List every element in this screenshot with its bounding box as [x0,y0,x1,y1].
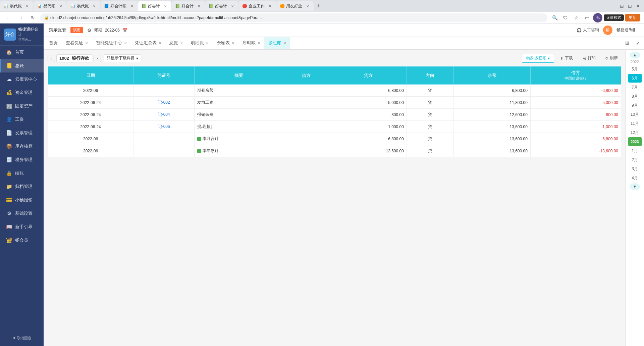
nav-tab-voucher[interactable]: 查看凭证✕ [62,37,92,50]
collapse-panel-btn[interactable]: ⊞ [623,38,632,48]
scroll-up-btn[interactable]: ▲ [630,52,640,58]
sidebar-item-member[interactable]: 👑 畅会员 [0,234,44,247]
nav-tab-close-general[interactable]: ✕ [180,41,183,45]
nav-tab-balance[interactable]: 余额表✕ [213,37,238,50]
maximize-btn[interactable]: ⊡ [627,3,633,9]
sidebar-item-invoice[interactable]: 📄 发票管理 [0,126,44,140]
sidebar-item-archive[interactable]: 📁 归档管理 [0,180,44,193]
voucher-link[interactable]: 记-002 [158,100,170,105]
month-item-2023-4月[interactable]: 4月 [628,174,642,182]
close-btn[interactable]: ✕ [635,3,641,9]
scroll-down-btn[interactable]: ▼ [630,183,640,190]
print-btn[interactable]: 🖨 打印 [579,54,599,62]
sidebar-item-general-ledger[interactable]: 📒 总账 [0,59,44,72]
nav-tab-close-voucher[interactable]: ✕ [85,41,88,45]
browser-tab-1[interactable]: 📊 易代账 ✕ [0,1,33,11]
new-tab-btn[interactable]: + [314,1,323,11]
reload-btn[interactable]: ↻ [28,13,38,22]
tab-close-btn[interactable]: ✕ [196,3,202,9]
sidebar-item-salary[interactable]: 👤 工资 [0,113,44,126]
tab-close-btn[interactable]: ✕ [58,3,63,9]
tab-close-btn[interactable]: ✕ [92,3,97,9]
browser-tab-2[interactable]: 📊 易代账 ✕ [34,1,67,11]
period-selector[interactable]: 账期 2022-06 📅 [94,27,127,33]
bookmark-icon[interactable]: ☆ [572,13,581,22]
sidebar-item-close[interactable]: 🔒 结账 [0,166,44,180]
month-item-2023-3月[interactable]: 3月 [628,164,642,173]
browser-tab-9[interactable]: 🟠 用友好业 ✕ [276,1,314,11]
nav-tab-detail[interactable]: 明细账✕ [187,37,213,50]
multi-col-btn[interactable]: 特殊多栏账 ▾ [522,54,554,63]
demo-badge[interactable]: 演用 [70,27,83,33]
profile-btn[interactable]: 无 [593,13,602,22]
shield-icon[interactable]: 🛡 [561,13,570,22]
unpin-btn[interactable]: ◀ 取消固定 [0,333,44,343]
nav-tab-general[interactable]: 总账✕ [165,37,187,50]
nav-tab-close-multi[interactable]: ✕ [283,41,286,45]
sidebar-item-home[interactable]: 🏠 首页 [0,46,44,59]
month-item-2022-9月[interactable]: 9月 [628,101,642,110]
url-bar[interactable]: 🔒 cloud2.chanjet.com/accounting/uh26t264… [40,13,547,22]
tab-close-btn[interactable]: ✕ [163,3,168,9]
forward-btn[interactable]: → [16,13,25,22]
tab-close-btn[interactable]: ✕ [230,3,235,9]
nav-tab-smart[interactable]: 智能凭证中心✕ [92,37,131,50]
tab-close-btn[interactable]: ✕ [24,3,30,9]
browser-tab-3[interactable]: 📊 易代账 ✕ [67,1,100,11]
minimize-btn[interactable]: ⊟ [619,3,625,9]
user-avatar[interactable]: 畅 [603,26,612,35]
sidebar-item-expense[interactable]: 💳 小畅报销 [0,193,44,207]
download-icon: ⬇ [560,56,564,61]
prev-account-btn[interactable]: ‹ [48,55,55,62]
nav-tab-close-detail[interactable]: ✕ [206,41,209,45]
sidebar-item-fixed-assets[interactable]: 🏢 固定资产 [0,99,44,113]
sidebar-item-fund[interactable]: 💰 资金管理 [0,86,44,99]
expand-panel-btn[interactable]: ⤢ [633,38,643,48]
stealth-mode-btn[interactable]: 无痕模式 [604,14,624,21]
sub-filter-dropdown[interactable]: 只显示下级科目 ▾ [104,54,141,62]
browser-tab-4[interactable]: 📘 好会计账 ✕ [101,1,138,11]
nav-tab-close-sequence[interactable]: ✕ [258,41,260,45]
browser-tab-7[interactable]: 📗 好会计 ✕ [205,1,238,11]
browser-tab-5[interactable]: 📗 好会计 ✕ [138,1,171,11]
month-item-2022-12月[interactable]: 12月 [628,128,642,137]
month-item-2022-11月[interactable]: 11月 [628,119,642,128]
sidebar-item-settings[interactable]: ⚙ 基础设置 [0,207,44,220]
month-item-2022-6月[interactable]: 6月 [628,74,642,83]
month-item-2022-8月[interactable]: 8月 [628,92,642,101]
month-item-2023-1月[interactable]: 1月 [628,146,642,155]
month-item-2022-10月[interactable]: 10月 [628,110,642,119]
month-item-2022-5月[interactable]: 5月 [628,65,642,73]
account-code-label[interactable]: 1002 银行存款 [56,54,92,62]
nav-tab-sequence[interactable]: 序时账✕ [238,37,264,50]
refresh-btn[interactable]: ↻ 刷新 [602,54,621,62]
cell-credit: 6,800.00 [330,133,407,145]
month-item-2022-7月[interactable]: 7月 [628,83,642,92]
window-icon[interactable]: ▭ [582,13,592,22]
search-icon[interactable]: 🔍 [550,13,559,22]
settings-icon[interactable]: ⚙ [87,28,92,33]
tab-close-btn[interactable]: ✕ [305,3,310,9]
tab-close-btn[interactable]: ✕ [129,3,135,9]
sidebar-item-tax[interactable]: 🧾 税务管理 [0,153,44,166]
next-account-btn[interactable]: › [94,55,101,62]
back-btn[interactable]: ← [4,13,13,22]
voucher-link[interactable]: 记-006 [158,124,170,129]
download-btn[interactable]: ⬇ 下载 [557,54,576,62]
update-btn[interactable]: 更新 [625,14,640,21]
sidebar-item-guide[interactable]: 📖 新手引导 [0,220,44,234]
nav-tab-close-smart[interactable]: ✕ [124,41,127,45]
month-item-2023-2月[interactable]: 2月 [628,155,642,164]
nav-tab-summary[interactable]: 凭证汇总表✕ [131,37,165,50]
nav-tab-multi[interactable]: 多栏账✕ [264,37,290,50]
browser-tab-8[interactable]: 🔴 企业工作 ✕ [239,1,276,11]
nav-tab-close-summary[interactable]: ✕ [159,41,161,45]
voucher-link[interactable]: 记-004 [158,112,170,117]
sidebar-item-cloud-report[interactable]: ☁ 云报表中心 [0,72,44,86]
browser-tab-6[interactable]: 📗 好会计 ✕ [172,1,205,11]
nav-tab-home[interactable]: 首页 [45,37,62,50]
sidebar-item-inventory[interactable]: 📦 库存核算 [0,140,44,153]
nav-tab-close-balance[interactable]: ✕ [232,41,234,45]
consult-btn[interactable]: 🎧 人工咨询 [577,27,599,33]
tab-close-btn[interactable]: ✕ [267,3,273,9]
